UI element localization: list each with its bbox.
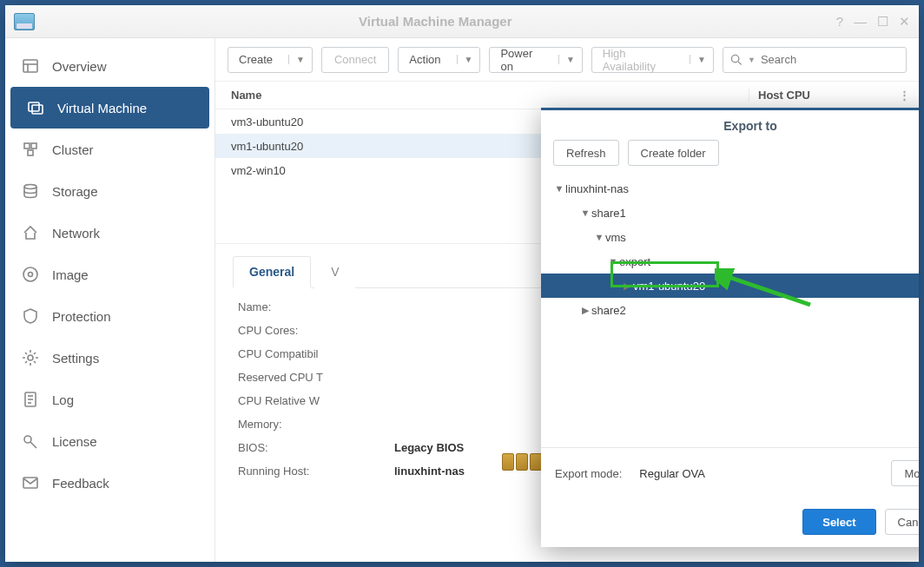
- caret-down-icon: ▼: [690, 55, 713, 64]
- svg-point-18: [731, 55, 738, 62]
- sidebar-label: Feedback: [52, 476, 109, 491]
- sidebar-label: Settings: [52, 351, 99, 366]
- protection-icon: [21, 307, 40, 326]
- export-mode-value: Regular OVA: [639, 467, 705, 480]
- sidebar-label: Overview: [52, 59, 107, 74]
- sidebar-item-feedback[interactable]: Feedback: [5, 462, 214, 504]
- column-menu-icon[interactable]: ⋮: [899, 89, 919, 102]
- collapse-icon[interactable]: ▼: [553, 183, 565, 194]
- svg-line-19: [738, 62, 742, 65]
- window-title: Virtual Machine Manager: [35, 14, 836, 29]
- cluster-icon: [21, 140, 40, 159]
- license-icon: [21, 432, 40, 451]
- sidebar-item-log[interactable]: Log: [5, 379, 214, 420]
- refresh-button[interactable]: Refresh: [553, 140, 619, 166]
- expand-icon[interactable]: ▶: [621, 280, 633, 292]
- titlebar: Virtual Machine Manager ? — ☐ ✕: [5, 5, 919, 38]
- detail-weight-label: CPU Relative W: [238, 394, 394, 407]
- collapse-icon[interactable]: ▼: [607, 256, 619, 267]
- tree-node-share1[interactable]: ▼share1: [541, 201, 919, 225]
- collapse-icon[interactable]: ▼: [593, 232, 605, 242]
- search-input[interactable]: [761, 53, 907, 66]
- detail-bios-label: BIOS:: [238, 441, 394, 454]
- tree-node-share2[interactable]: ▶share2: [541, 298, 919, 322]
- svg-point-8: [24, 185, 36, 189]
- network-icon: [21, 223, 40, 242]
- collapse-icon[interactable]: ▼: [579, 208, 591, 218]
- sidebar-label: Protection: [52, 309, 111, 324]
- detail-host-label: Running Host:: [238, 465, 394, 478]
- connect-button[interactable]: Connect: [321, 47, 389, 73]
- sidebar-item-virtual-machine[interactable]: Virtual Machine: [10, 87, 209, 129]
- image-icon: [21, 265, 40, 284]
- svg-rect-0: [23, 60, 37, 72]
- export-mode-label: Export mode:: [555, 467, 622, 480]
- dropdown-caret-icon[interactable]: ▼: [748, 56, 756, 64]
- sidebar-item-settings[interactable]: Settings: [5, 337, 214, 379]
- svg-point-10: [29, 273, 33, 277]
- vm-icon: [26, 98, 45, 117]
- col-cpu-header[interactable]: Host CPU⋮: [749, 89, 919, 102]
- detail-reserved-label: Reserved CPU T: [238, 371, 394, 384]
- sidebar-label: Image: [52, 267, 89, 282]
- tree-node-vms[interactable]: ▼vms: [541, 225, 919, 249]
- caret-down-icon: ▼: [457, 55, 480, 64]
- sidebar-item-protection[interactable]: Protection: [5, 295, 214, 337]
- svg-point-9: [23, 267, 37, 281]
- sidebar-label: Log: [52, 392, 74, 407]
- detail-name-label: Name:: [238, 300, 394, 313]
- power-button[interactable]: Power on▼: [489, 47, 582, 73]
- tab-general[interactable]: General: [233, 256, 311, 288]
- caret-down-icon[interactable]: ▼: [288, 55, 312, 64]
- tree-node-export[interactable]: ▼export: [541, 249, 919, 274]
- log-icon: [21, 390, 40, 409]
- mode-button[interactable]: Mode: [891, 460, 919, 486]
- select-button[interactable]: Select: [802, 509, 875, 535]
- help-icon[interactable]: ?: [836, 14, 843, 30]
- sidebar-item-storage[interactable]: Storage: [5, 170, 214, 212]
- detail-cores-label: CPU Cores:: [238, 324, 394, 337]
- tree-node-root[interactable]: ▼linuxhint-nas: [541, 176, 919, 201]
- detail-compat-label: CPU Compatibil: [238, 347, 394, 360]
- create-folder-button[interactable]: Create folder: [628, 140, 719, 166]
- sidebar-item-overview[interactable]: Overview: [5, 45, 214, 87]
- create-button[interactable]: Create▼: [228, 47, 313, 73]
- expand-icon[interactable]: ▶: [579, 305, 591, 316]
- ha-button[interactable]: High Availability▼: [591, 47, 714, 73]
- tab-other[interactable]: V: [314, 256, 355, 288]
- sidebar-label: Storage: [52, 184, 98, 199]
- col-name-header[interactable]: Name: [215, 89, 749, 102]
- sidebar-label: Cluster: [52, 142, 94, 157]
- action-button[interactable]: Action▼: [398, 47, 480, 73]
- tree-node-selected[interactable]: ▶vm1-ubuntu20: [541, 274, 919, 298]
- export-mode-row: Export mode: Regular OVA Mode: [541, 447, 919, 498]
- search-icon: [730, 54, 742, 66]
- main-content: Create▼ Connect Action▼ Power on▼ High A…: [215, 38, 919, 562]
- sidebar-item-image[interactable]: Image: [5, 254, 214, 295]
- sidebar-label: Network: [52, 226, 100, 241]
- caret-down-icon[interactable]: ▼: [558, 55, 582, 64]
- detail-memory-label: Memory:: [238, 418, 394, 431]
- svg-rect-4: [32, 105, 43, 114]
- svg-point-11: [28, 355, 33, 360]
- search-box[interactable]: ▼: [723, 47, 907, 73]
- sidebar-item-cluster[interactable]: Cluster: [5, 129, 214, 170]
- sidebar-label: License: [52, 434, 97, 449]
- close-icon[interactable]: ✕: [899, 14, 910, 30]
- app-window: Virtual Machine Manager ? — ☐ ✕ Overview…: [5, 5, 919, 562]
- export-modal: Export to Refresh Create folder ▼linuxhi…: [541, 108, 919, 547]
- modal-title: Export to: [541, 110, 919, 140]
- overview-icon: [21, 56, 40, 76]
- sidebar-label: Virtual Machine: [57, 101, 147, 115]
- storage-icon: [21, 181, 40, 201]
- svg-rect-7: [28, 150, 33, 155]
- svg-point-16: [24, 436, 31, 443]
- maximize-icon[interactable]: ☐: [877, 14, 888, 30]
- cancel-button[interactable]: Cancel: [885, 509, 919, 535]
- app-icon: [14, 13, 35, 30]
- sidebar-item-network[interactable]: Network: [5, 212, 214, 254]
- sidebar-item-license[interactable]: License: [5, 420, 214, 462]
- feedback-icon: [21, 473, 40, 492]
- toolbar: Create▼ Connect Action▼ Power on▼ High A…: [215, 38, 919, 82]
- minimize-icon[interactable]: —: [854, 14, 867, 30]
